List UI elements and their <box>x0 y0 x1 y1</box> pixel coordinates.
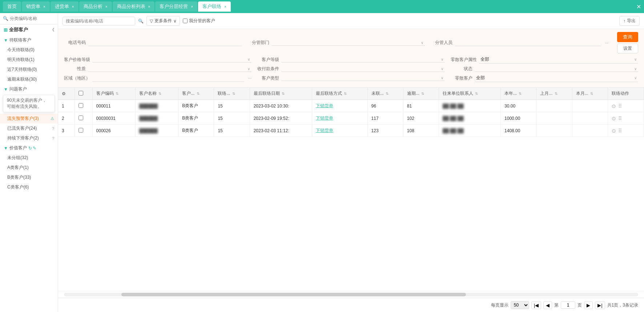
nature-select[interactable]: ∨ <box>88 66 251 72</box>
scroll-track[interactable] <box>64 293 638 296</box>
th-last-method[interactable]: 最后联络方式 ⇅ <box>312 88 367 100</box>
select-all-checkbox[interactable] <box>79 91 83 96</box>
phone-input[interactable] <box>88 39 242 46</box>
action-link-icon[interactable]: ⊙ <box>612 128 616 134</box>
tab-customer-contact[interactable]: 客户联络 × <box>198 1 231 12</box>
sidebar-item-churn-warning[interactable]: 流失预警客户(3) ⚠ <box>0 114 58 123</box>
page-number-input[interactable] <box>561 301 575 309</box>
cell-action[interactable]: ⊙ ⠿ <box>608 112 644 125</box>
action-link-icon[interactable]: ⊙ <box>612 116 616 121</box>
th-last-date[interactable]: 最后联络日期 ⇅ <box>250 88 312 100</box>
sidebar-group-value[interactable]: ▼ 价值客户 ↻ ✎ <box>0 143 58 153</box>
cell-last-method[interactable]: 下销货单 <box>312 112 367 125</box>
first-page-btn[interactable]: |◀ <box>531 301 541 309</box>
th-name[interactable]: 客户名称 ⇅ <box>135 88 178 100</box>
cell-last-method[interactable]: 下销货单 <box>312 100 367 112</box>
sidebar-item-today[interactable]: 今天待联络(0) <box>0 45 58 55</box>
field-region: 区域（地区） ··· <box>64 75 251 82</box>
tab-analysis-close[interactable]: × <box>105 5 108 9</box>
cell-checkbox[interactable] <box>75 112 92 125</box>
action-menu-icon[interactable]: ⠿ <box>618 128 622 134</box>
refresh-icon[interactable]: ↻ <box>28 146 32 151</box>
manager-input[interactable] <box>455 39 601 46</box>
sidebar-collapse-icon[interactable]: 《 <box>50 27 54 33</box>
cell-action[interactable]: ⊙ ⠿ <box>608 125 644 137</box>
manager-dots-icon[interactable]: ··· <box>605 40 608 45</box>
sidebar-item-class-b[interactable]: B类客户(33) <box>0 173 58 182</box>
cell-last-method[interactable]: 下销货单 <box>312 125 367 137</box>
export-btn[interactable]: ↑ 导出 <box>619 16 640 26</box>
tab-analysis-list[interactable]: 商品分析列表 × <box>113 1 155 12</box>
next-page-btn[interactable]: ▶ <box>584 301 593 309</box>
close-all-tabs[interactable]: ✕ <box>636 3 641 10</box>
sidebar-item-ungrouped[interactable]: 未分组(32) <box>0 153 58 163</box>
cell-checkbox[interactable] <box>75 100 92 112</box>
tab-analysis-list-close[interactable]: × <box>148 5 150 9</box>
sidebar-item-declining[interactable]: 持续下滑客户(2) ? <box>0 133 58 143</box>
filter-search-input[interactable] <box>63 17 135 25</box>
th-this-year[interactable]: 本年... ⇅ <box>501 88 536 100</box>
sidebar-item-class-c[interactable]: C类客户(6) <box>0 182 58 192</box>
th-checkbox[interactable] <box>75 88 92 100</box>
th-no-contact[interactable]: 未联... ⇅ <box>367 88 403 100</box>
sidebar-item-class-a[interactable]: A类客户(1) <box>0 163 58 173</box>
my-customers-checkbox[interactable]: 我分管的客户 <box>183 18 215 24</box>
th-code[interactable]: 客户编码 ⇅ <box>92 88 135 100</box>
query-btn[interactable]: 查询 <box>617 32 638 42</box>
payment-select[interactable]: ∨ <box>281 66 445 72</box>
tab-home[interactable]: 首页 <box>3 1 21 12</box>
region-dots-icon[interactable]: ··· <box>248 76 251 81</box>
tab-customer-tier[interactable]: 客户分层经营 × <box>155 1 197 12</box>
status-select[interactable]: ∨ <box>475 66 638 72</box>
sidebar-search-input[interactable] <box>10 16 58 21</box>
sidebar-item-7days[interactable]: 近7天待联络(0) <box>0 65 58 74</box>
price-level-select[interactable]: ∨ <box>92 57 251 62</box>
sort-contact-person-icon: ⇅ <box>475 92 478 96</box>
action-link-icon[interactable]: ⊙ <box>612 103 616 109</box>
my-customers-checkbox-input[interactable] <box>183 19 188 23</box>
sidebar-group-pending[interactable]: ▼ 待联络客户 <box>0 35 58 45</box>
tab-analysis[interactable]: 商品分析 × <box>79 1 112 12</box>
th-settings[interactable]: ⚙ <box>58 88 75 100</box>
cell-checkbox[interactable] <box>75 125 92 137</box>
more-conditions-btn[interactable]: ▽ 更多条件 ∨ <box>146 16 180 26</box>
th-contact-person[interactable]: 往来单位联系人 ⇅ <box>439 88 501 100</box>
sidebar-item-tomorrow[interactable]: 明天待联络(1) <box>0 55 58 65</box>
customer-level-select[interactable]: ∨ <box>281 57 445 62</box>
action-menu-icon[interactable]: ⠿ <box>618 103 622 109</box>
sidebar-item-churned[interactable]: 已流失客户(24) ? <box>0 123 58 133</box>
tab-sales[interactable]: 销货单 × <box>22 1 50 12</box>
settings-btn[interactable]: 设置 <box>617 44 638 53</box>
customer-type-select[interactable]: ∨ <box>281 75 445 81</box>
all-customers-header[interactable]: ⊞ 全部客户 《 <box>0 24 58 35</box>
th-contact[interactable]: 联络... ⇅ <box>214 88 250 100</box>
settings-icon: ⚙ <box>62 91 66 96</box>
tab-purchase[interactable]: 进货单 × <box>51 1 79 12</box>
tab-customer-contact-close[interactable]: × <box>224 5 226 9</box>
prev-page-btn[interactable]: ◀ <box>543 301 552 309</box>
sidebar-group-problem[interactable]: ▼ 问题客户 <box>0 84 58 94</box>
th-type[interactable]: 客户... ⇅ <box>178 88 214 100</box>
th-last-month[interactable]: 上月... ⇅ <box>536 88 572 100</box>
region-input[interactable] <box>92 75 244 82</box>
cell-last-date: 2023-03-02 10:30: <box>250 100 312 112</box>
sidebar-item-overdue-contact[interactable]: 逾期未联络(30) <box>0 74 58 84</box>
tab-purchase-close[interactable]: × <box>72 5 74 9</box>
dept-select[interactable]: ∨ <box>271 40 425 46</box>
customer-type-chevron-icon: ∨ <box>441 76 443 80</box>
edit-icon[interactable]: ✎ <box>33 146 36 151</box>
last-page-btn[interactable]: ▶| <box>595 301 605 309</box>
th-this-month[interactable]: 本月... ⇅ <box>572 88 608 100</box>
tab-customer-tier-close[interactable]: × <box>191 5 193 9</box>
retail-attr-select[interactable]: 全部 ∨ <box>479 56 638 64</box>
cell-this-month <box>572 112 608 125</box>
per-page-select[interactable]: 50 100 <box>511 301 529 309</box>
th-overdue[interactable]: 逾期... ⇅ <box>403 88 439 100</box>
query-buttons: 查询 设置 <box>614 32 638 53</box>
tab-sales-close[interactable]: × <box>43 5 45 9</box>
action-menu-icon[interactable]: ⠿ <box>618 116 622 121</box>
scroll-thumb[interactable] <box>121 293 466 296</box>
cell-action[interactable]: ⊙ ⠿ <box>608 100 644 112</box>
filter-search-icon[interactable]: 🔍 <box>138 19 144 24</box>
retail-customer-select[interactable]: 全部 ∨ <box>475 74 638 82</box>
